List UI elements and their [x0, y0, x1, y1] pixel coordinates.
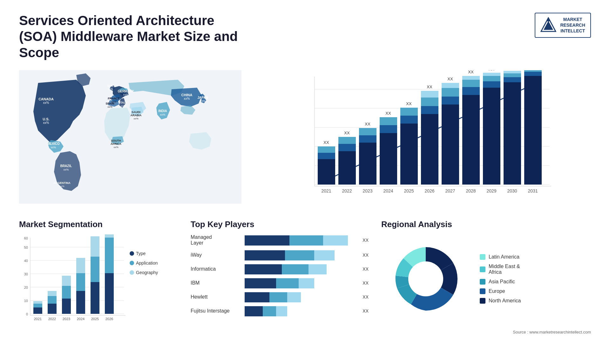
svg-rect-101 [524, 76, 542, 185]
regional: Regional Analysis [381, 219, 591, 334]
donut-area: Latin America Middle East &Africa Asia P… [381, 234, 591, 323]
svg-text:2026: 2026 [105, 317, 113, 321]
player-row: iWay XX [191, 250, 369, 260]
player-xx: XX [363, 280, 369, 286]
player-name: Fujitsu Interstage [191, 308, 241, 314]
top-section: CANADA xx% U.S. xx% MEXICO xx% BRAZIL xx… [19, 70, 591, 204]
svg-rect-126 [48, 296, 57, 304]
svg-text:xx%: xx% [133, 117, 138, 120]
svg-point-147 [130, 261, 134, 265]
svg-rect-141 [105, 273, 114, 314]
players: Top Key Players ManagedLayer XX iWay [191, 219, 369, 334]
svg-text:2026: 2026 [424, 188, 434, 193]
svg-rect-68 [400, 108, 418, 116]
donut-chart [381, 234, 470, 323]
svg-rect-84 [462, 87, 480, 95]
legend-item-apac: Asia Pacific [480, 279, 521, 285]
svg-text:XX: XX [489, 70, 494, 71]
player-bar [245, 264, 357, 274]
svg-text:xx%: xx% [121, 104, 125, 107]
player-xx: XX [363, 238, 369, 243]
svg-point-149 [130, 270, 134, 275]
svg-text:XX: XX [468, 70, 474, 74]
legend-item-latin: Latin America [480, 254, 521, 260]
page-container: Services Oriented Architecture (SOA) Mid… [0, 0, 610, 364]
svg-text:SAUDI: SAUDI [132, 111, 140, 114]
player-name: ManagedLayer [191, 234, 241, 246]
svg-text:xx%: xx% [123, 93, 128, 96]
svg-rect-74 [421, 91, 438, 98]
svg-text:Application: Application [136, 260, 158, 266]
player-bar [245, 278, 357, 288]
svg-text:xx%: xx% [160, 113, 165, 116]
svg-rect-133 [76, 291, 85, 314]
svg-rect-73 [421, 98, 438, 106]
svg-rect-95 [504, 82, 521, 185]
svg-text:xx%: xx% [108, 88, 113, 91]
svg-text:10: 10 [24, 299, 28, 303]
svg-rect-56 [359, 143, 376, 185]
svg-point-151 [408, 261, 443, 296]
svg-rect-143 [105, 234, 114, 238]
svg-rect-66 [400, 124, 418, 185]
svg-text:xx%: xx% [184, 97, 190, 100]
svg-text:20: 20 [24, 286, 28, 289]
svg-rect-123 [33, 301, 42, 304]
player-name: IBM [191, 280, 241, 286]
svg-text:2025: 2025 [91, 317, 99, 321]
legend-color [480, 298, 485, 304]
svg-text:2021: 2021 [34, 317, 42, 321]
svg-text:30: 30 [24, 272, 28, 276]
player-bar [245, 292, 357, 302]
svg-text:XX: XX [427, 84, 432, 89]
legend-label: Latin America [489, 254, 519, 260]
svg-rect-58 [359, 128, 376, 135]
svg-rect-86 [462, 76, 480, 80]
svg-rect-91 [483, 76, 500, 81]
svg-text:2022: 2022 [342, 188, 352, 193]
legend-item-na: North America [480, 298, 521, 304]
svg-rect-142 [105, 238, 114, 273]
svg-text:xx%: xx% [43, 121, 49, 125]
svg-text:GERMANY: GERMANY [118, 90, 134, 93]
player-bar [245, 235, 357, 245]
players-list: ManagedLayer XX iWay [191, 234, 369, 316]
source-text: Source : www.marketresearchintellect.com [381, 330, 591, 334]
svg-rect-130 [62, 286, 71, 299]
svg-text:BRAZIL: BRAZIL [60, 164, 72, 168]
svg-rect-131 [62, 276, 71, 286]
svg-text:JAPAN: JAPAN [197, 96, 208, 99]
svg-text:xx%: xx% [113, 146, 118, 149]
svg-text:2028: 2028 [466, 188, 476, 193]
svg-text:xx%: xx% [63, 168, 69, 171]
player-row: IBM XX [191, 278, 369, 288]
bottom-section: Market Segmentation 0 10 20 30 40 50 60 [19, 219, 591, 334]
svg-rect-139 [91, 236, 99, 257]
player-name: Informatica [191, 266, 241, 272]
svg-rect-138 [91, 257, 99, 282]
svg-text:xx%: xx% [200, 99, 205, 103]
player-xx: XX [363, 294, 369, 300]
player-xx: XX [363, 253, 369, 258]
player-row: Informatica XX [191, 264, 369, 274]
svg-text:SOUTH: SOUTH [111, 139, 121, 142]
svg-text:XX: XX [406, 101, 412, 106]
svg-text:U.S.: U.S. [43, 117, 49, 121]
svg-text:50: 50 [24, 246, 28, 249]
svg-rect-72 [421, 106, 438, 114]
player-row: Fujitsu Interstage XX [191, 306, 369, 316]
svg-text:XX: XX [323, 140, 329, 145]
legend-color [480, 254, 485, 260]
svg-rect-102 [524, 72, 542, 76]
svg-text:ITALY: ITALY [119, 101, 127, 104]
svg-text:2024: 2024 [77, 317, 85, 321]
svg-text:XX: XX [385, 111, 391, 116]
segmentation: Market Segmentation 0 10 20 30 40 50 60 [19, 219, 178, 334]
svg-rect-98 [504, 71, 521, 73]
svg-text:xx%: xx% [107, 105, 112, 108]
svg-rect-78 [442, 97, 459, 104]
player-name: Hewlett [191, 294, 241, 300]
svg-rect-129 [62, 299, 71, 314]
logo-text: MARKET RESEARCH INTELLECT [560, 17, 585, 34]
svg-text:FRANCE: FRANCE [108, 97, 120, 100]
